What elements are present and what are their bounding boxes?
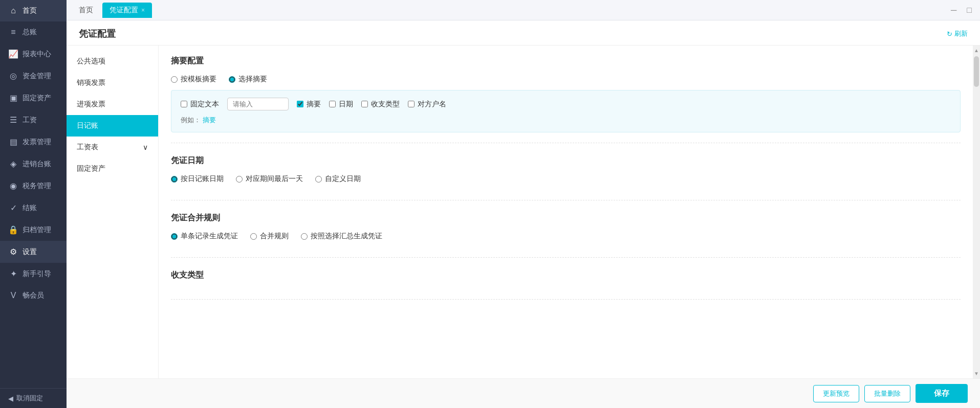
page-header: 凭证配置 ↻ 刷新 [67, 20, 980, 46]
radio-last-day[interactable]: 对应期间最后一天 [236, 174, 303, 184]
report-icon: 📈 [8, 49, 18, 59]
radio-last-day-input[interactable] [236, 176, 243, 183]
tab-voucher-config[interactable]: 凭证配置 × [102, 3, 152, 18]
scroll-up-arrow[interactable]: ▲ [973, 47, 980, 54]
scroll-thumb[interactable] [974, 56, 979, 87]
sidebar-item-vip[interactable]: V 畅会员 [0, 285, 67, 306]
summary-config-row: 固定文本 摘要 日期 收支类型 [181, 98, 951, 110]
sidebar-item-tax-management[interactable]: ◉ 税务管理 [0, 175, 67, 197]
radio-template-summary-input[interactable] [171, 76, 178, 83]
checkbox-income-type[interactable] [361, 101, 368, 107]
checkbox-counterpart[interactable] [408, 101, 415, 107]
sidebar: ⌂ 首页 ≡ 总账 📈 报表中心 ◎ 资金管理 ▣ 固定资产 ☰ 工资 ▤ 发票… [0, 0, 67, 408]
sidebar-item-new-guide[interactable]: ✦ 新手引导 [0, 263, 67, 285]
batch-delete-button[interactable]: 批量删除 [864, 385, 910, 402]
payroll-icon: ☰ [8, 115, 18, 125]
vip-icon: V [8, 291, 18, 300]
section-voucher-date: 凭证日期 按日记账日期 对应期间最后一天 自定义日期 [171, 155, 961, 200]
sidebar-item-sales-purchase[interactable]: ◈ 进销台账 [0, 153, 67, 175]
sidebar-item-archive-management[interactable]: 🔒 归档管理 [0, 219, 67, 241]
sidebar-item-settings[interactable]: ⚙ 设置 [0, 241, 67, 263]
tab-bar: 首页 凭证配置 × ─ □ [67, 0, 980, 20]
sidebar-item-invoice-management[interactable]: ▤ 发票管理 [0, 131, 67, 153]
guide-icon: ✦ [8, 269, 18, 279]
left-nav-fixed-assets[interactable]: 固定资产 [67, 158, 158, 179]
sidebar-item-close-account[interactable]: ✓ 结账 [0, 197, 67, 219]
tab-close-icon[interactable]: × [141, 7, 145, 14]
radio-merge-rule[interactable]: 合并规则 [250, 232, 289, 241]
sidebar-unpin-button[interactable]: ◀ 取消固定 [0, 388, 67, 408]
radio-choose-summary-input[interactable] [229, 76, 235, 83]
section-summary-config: 摘要配置 按模板摘要 选择摘要 固定文本 [171, 56, 961, 143]
refresh-icon: ↻ [947, 30, 952, 38]
summary-config-title: 摘要配置 [171, 56, 961, 66]
save-button[interactable]: 保存 [916, 384, 968, 403]
home-icon: ⌂ [8, 6, 18, 15]
page-title: 凭证配置 [79, 28, 116, 40]
tax-icon: ◉ [8, 181, 18, 191]
minimize-button[interactable]: ─ [948, 4, 960, 17]
left-nav-payroll-table[interactable]: 工资表 ∨ [67, 137, 158, 158]
bottom-bar: 更新预览 批量删除 保存 [67, 378, 980, 408]
section-income-expense: 收支类型 [171, 270, 961, 300]
radio-single-record[interactable]: 单条记录生成凭证 [171, 232, 238, 241]
summary-mode-options: 按模板摘要 选择摘要 [171, 75, 961, 84]
tab-bar-actions: ─ □ [948, 4, 975, 17]
ledger-icon: ≡ [8, 28, 18, 37]
radio-template-summary[interactable]: 按模板摘要 [171, 75, 216, 84]
summary-config-box: 固定文本 摘要 日期 收支类型 [171, 90, 961, 132]
right-content: 摘要配置 按模板摘要 选择摘要 固定文本 [159, 46, 973, 378]
summary-example: 例如： 摘要 [181, 116, 951, 125]
chevron-down-icon: ∨ [143, 143, 148, 151]
invoice-icon: ▤ [8, 137, 18, 147]
voucher-merge-title: 凭证合并规则 [171, 213, 961, 223]
maximize-button[interactable]: □ [964, 4, 975, 17]
main-area: 首页 凭证配置 × ─ □ 凭证配置 ↻ 刷新 公共选项 销项发票 进项 [67, 0, 980, 408]
voucher-date-options: 按日记账日期 对应期间最后一天 自定义日期 [171, 174, 961, 184]
voucher-merge-options: 单条记录生成凭证 合并规则 按照选择汇总生成凭证 [171, 232, 961, 241]
radio-custom-date-input[interactable] [315, 176, 322, 183]
radio-by-selection[interactable]: 按照选择汇总生成凭证 [301, 232, 382, 241]
content-layout: 公共选项 销项发票 进项发票 日记账 工资表 ∨ 固定资产 摘要配置 [67, 46, 980, 378]
income-expense-title: 收支类型 [171, 270, 961, 281]
checkbox-date-label[interactable]: 日期 [329, 100, 353, 109]
checkbox-income-type-label[interactable]: 收支类型 [361, 100, 400, 109]
update-preview-button[interactable]: 更新预览 [813, 385, 859, 402]
left-nav: 公共选项 销项发票 进项发票 日记账 工资表 ∨ 固定资产 [67, 46, 159, 378]
checkbox-counterpart-label[interactable]: 对方户名 [408, 100, 446, 109]
left-nav-public-options[interactable]: 公共选项 [67, 51, 158, 72]
radio-custom-date[interactable]: 自定义日期 [315, 174, 361, 184]
tab-home[interactable]: 首页 [72, 3, 100, 18]
left-nav-purchase-invoice[interactable]: 进项发票 [67, 94, 158, 115]
checkbox-fixed-text[interactable] [181, 101, 187, 107]
fund-icon: ◎ [8, 71, 18, 81]
checkbox-summary[interactable] [297, 101, 303, 107]
sidebar-item-general-ledger[interactable]: ≡ 总账 [0, 21, 67, 43]
archive-icon: 🔒 [8, 225, 18, 235]
left-nav-sales-invoice[interactable]: 销项发票 [67, 72, 158, 94]
radio-by-selection-input[interactable] [301, 233, 308, 240]
pin-icon: ◀ [8, 395, 13, 402]
sidebar-item-fixed-assets[interactable]: ▣ 固定资产 [0, 87, 67, 109]
voucher-date-title: 凭证日期 [171, 155, 961, 166]
sidebar-item-fund-management[interactable]: ◎ 资金管理 [0, 65, 67, 87]
close-account-icon: ✓ [8, 203, 18, 213]
radio-by-journal-date-input[interactable] [171, 176, 178, 183]
sidebar-item-home[interactable]: ⌂ 首页 [0, 0, 67, 21]
scroll-down-arrow[interactable]: ▼ [973, 370, 980, 377]
checkbox-fixed-text-label[interactable]: 固定文本 [181, 100, 219, 109]
refresh-button[interactable]: ↻ 刷新 [947, 29, 968, 38]
assets-icon: ▣ [8, 93, 18, 103]
sidebar-item-payroll[interactable]: ☰ 工资 [0, 109, 67, 131]
sidebar-item-report-center[interactable]: 📈 报表中心 [0, 43, 67, 65]
checkbox-date[interactable] [329, 101, 336, 107]
radio-single-record-input[interactable] [171, 233, 178, 240]
checkbox-summary-label[interactable]: 摘要 [297, 100, 321, 109]
section-voucher-merge: 凭证合并规则 单条记录生成凭证 合并规则 按照选择汇总生成凭证 [171, 213, 961, 258]
sales-icon: ◈ [8, 159, 18, 169]
radio-choose-summary[interactable]: 选择摘要 [229, 75, 267, 84]
left-nav-journal[interactable]: 日记账 [67, 115, 158, 137]
radio-merge-rule-input[interactable] [250, 233, 257, 240]
radio-by-journal-date[interactable]: 按日记账日期 [171, 174, 224, 184]
fixed-text-input[interactable] [227, 98, 289, 110]
